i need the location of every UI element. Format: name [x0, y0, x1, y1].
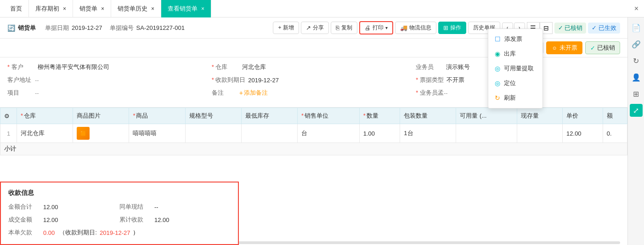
project-label: 项目 — [7, 89, 35, 97]
outbound-icon: ◉ — [495, 50, 500, 57]
customer-field: * 客户 柳州粤港平安气体有限公司 — [7, 63, 212, 71]
meta-number: 单据编号 SA-20191227-001 — [110, 24, 185, 32]
not-invoiced-icon: ⊙ — [551, 45, 558, 51]
row-number: 1 — [0, 124, 17, 143]
warehouse-label: * 仓库 — [212, 63, 239, 71]
row-warehouse: 河北仓库 — [17, 124, 73, 143]
owed-note: （收款到期日: — [59, 228, 97, 237]
close-icon[interactable]: × — [101, 6, 104, 12]
verified-icon: ✓ — [590, 45, 595, 51]
col-current: 现存量 — [517, 108, 562, 124]
copy-icon: ⎘ — [336, 24, 339, 31]
outbound-label: 出库 — [504, 50, 516, 58]
share-button[interactable]: ↗ 分享 — [301, 22, 329, 34]
row-available — [456, 124, 517, 143]
document-title: 销货单 — [18, 24, 36, 32]
date-value: 2019-12-27 — [72, 24, 102, 31]
share-icon: ↗ — [306, 24, 311, 31]
col-spec: 规格型号 — [185, 108, 241, 124]
subtotal-row: 小计 — [0, 143, 627, 155]
salesperson2-value: -- — [444, 90, 448, 97]
dropdown-outbound[interactable]: ◉ 出库 — [488, 46, 542, 61]
tab-sales-order[interactable]: 销货单 × — [73, 0, 111, 17]
settings-icon[interactable]: ⚙ — [4, 113, 10, 120]
owed-note-close: ） — [133, 228, 139, 237]
row-amount: 0. — [603, 124, 627, 143]
sidebar-table-icon[interactable]: ⊞ — [630, 87, 643, 100]
dropdown-locate[interactable]: ◎ 定位 — [488, 76, 542, 91]
number-label: 单据编号 — [110, 24, 134, 32]
copy-button[interactable]: ⎘ 复制 — [331, 22, 357, 34]
payment-deal-row: 成交金额 12.00 — [8, 215, 119, 225]
due-date-field: * 收款到期日 2019-12-27 — [212, 76, 416, 84]
available-extract-label: 可用量提取 — [504, 64, 534, 73]
refresh-label: 刷新 — [504, 94, 516, 102]
row-min-stock — [241, 124, 297, 143]
dropdown-add-invoice[interactable]: ☐ 添发票 — [488, 32, 542, 46]
warehouse-value: 河北仓库 — [242, 63, 266, 71]
col-min-stock: 最低库存 — [241, 108, 297, 124]
sidebar-user-icon[interactable]: 👤 — [630, 71, 643, 84]
dropdown-available-extract[interactable]: ◎ 可用量提取 — [488, 61, 542, 76]
tab-inventory-init[interactable]: 库存期初 × — [29, 0, 73, 17]
col-image: 商品图片 — [73, 108, 129, 124]
operations-button[interactable]: ⊞ 操作 — [438, 22, 466, 34]
tab-home[interactable]: 首页 — [4, 0, 29, 17]
close-icon[interactable]: × — [63, 6, 66, 12]
note-label: 备注 — [212, 89, 239, 97]
salesperson2-label: * 业务员孟 — [416, 89, 444, 97]
meta-date: 单据日期 2019-12-27 — [45, 24, 102, 32]
print-button[interactable]: 🖨 打印 ▾ — [359, 21, 393, 34]
add-button[interactable]: + 新增 — [273, 22, 299, 34]
col-warehouse: *仓库 — [17, 108, 73, 124]
add-invoice-label: 添发票 — [504, 35, 522, 43]
sidebar-document-icon[interactable]: 📄 — [630, 21, 643, 34]
dropdown-refresh[interactable]: ↻ 刷新 — [488, 91, 542, 105]
col-available: 可用量 (... — [456, 108, 517, 124]
payment-received-row: 累计收款 12.00 — [119, 215, 231, 225]
close-icon[interactable]: × — [151, 6, 154, 12]
owed-value: 0.00 — [43, 229, 55, 236]
table-container: ⚙ *仓库 商品图片 *商品 规格型号 最低库存 *销售单位 *数量 包装数量 … — [0, 108, 627, 155]
logistics-button[interactable]: 🚚 物流信息 — [395, 22, 436, 34]
add-note-icon: + — [239, 89, 243, 97]
add-note-button[interactable]: + 添加备注 — [239, 89, 268, 97]
product-table: ⚙ *仓库 商品图片 *商品 规格型号 最低库存 *销售单位 *数量 包装数量 … — [0, 108, 627, 155]
print-icon: 🖨 — [365, 24, 371, 31]
tab-label: 销货单 — [79, 5, 97, 13]
col-unit: *销售单位 — [297, 108, 359, 124]
main-container: 🔄 销货单 单据日期 2019-12-27 单据编号 SA-20191227-0… — [0, 17, 644, 245]
tab-sales-history[interactable]: 销货单历史 × — [111, 0, 161, 17]
not-invoiced-label: 未开票 — [559, 44, 577, 52]
table-row: 1 河北仓库 🟧 嘻嘻嘻嘻 台 1.00 1台 — [0, 124, 627, 143]
checked-status: ✓ 已核销 — [554, 23, 587, 34]
not-invoiced-button[interactable]: ⊙ 未开票 — [546, 41, 582, 54]
sidebar-expand-icon[interactable]: ⤢ — [630, 104, 643, 117]
operations-icon: ⊞ — [443, 24, 448, 31]
same-settle-label: 同单现结 — [119, 203, 152, 211]
verified-button[interactable]: ✓ 已核销 — [585, 41, 620, 54]
row-product: 嘻嘻嘻嘻 — [129, 124, 185, 143]
active-status: ✓ 已生效 — [588, 23, 620, 34]
row-pack-qty: 1台 — [400, 124, 456, 143]
table-header-row: ⚙ *仓库 商品图片 *商品 规格型号 最低库存 *销售单位 *数量 包装数量 … — [0, 108, 627, 124]
tab-label: 库存期初 — [35, 5, 59, 13]
col-amount: 额 — [603, 108, 627, 124]
sidebar-refresh-icon[interactable]: ↻ — [630, 54, 643, 67]
add-invoice-icon: ☐ — [495, 35, 501, 43]
add-note-label: 添加备注 — [244, 89, 268, 97]
sidebar-link-icon[interactable]: 🔗 — [630, 38, 643, 51]
payment-same-settle-row: 同单现结 -- — [119, 202, 231, 212]
verified-label: 已核销 — [597, 44, 615, 52]
tab-label: 销货单历史 — [118, 5, 147, 13]
row-current — [517, 124, 562, 143]
deal-label: 成交金额 — [8, 216, 40, 224]
window-close-button[interactable]: × — [634, 5, 638, 13]
payment-grid: 金额合计 12.00 同单现结 -- 成交金额 12.00 累计收款 12.00 — [8, 202, 231, 238]
product-image: 🟧 — [77, 127, 90, 140]
tab-view-sales[interactable]: 查看销货单 × — [161, 0, 211, 17]
project-field: 项目 -- — [7, 89, 212, 97]
customer-value: 柳州粤港平安气体有限公司 — [38, 63, 109, 71]
close-icon[interactable]: × — [201, 6, 204, 12]
deal-value: 12.00 — [43, 217, 58, 223]
